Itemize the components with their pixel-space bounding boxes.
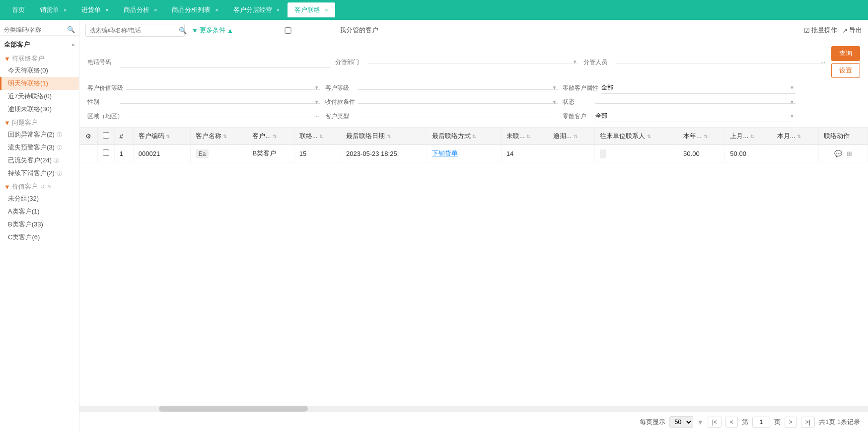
th-last-month[interactable]: 上月... ⇅ xyxy=(725,128,772,145)
td-unit-contact xyxy=(595,145,678,162)
customer-table: ⚙ # 客户编码 ⇅ 客户名称 ⇅ xyxy=(79,128,868,162)
nav-home[interactable]: 首页 xyxy=(5,2,32,17)
nav-product-analysis-list[interactable]: 商品分析列表 × xyxy=(165,2,225,17)
td-expand xyxy=(79,145,97,162)
sidebar-item-churn-risk[interactable]: 流失预警客户(3) ⓘ xyxy=(0,141,79,154)
page-label-prefix: 第 xyxy=(742,418,748,427)
settings-icon[interactable]: ⚙ xyxy=(85,133,91,140)
retail-customer-chevron-icon: ▼ xyxy=(790,113,795,119)
dept-select[interactable]: ▼ xyxy=(368,61,578,64)
filter-retail-customer: 零散客户 全部 ▼ xyxy=(563,110,796,122)
search-input[interactable] xyxy=(85,24,185,37)
sidebar-item-class-b[interactable]: B类客户(33) xyxy=(0,218,79,231)
last-contact-method-link[interactable]: 下销货单 xyxy=(432,149,458,157)
retail-attr-chevron-icon: ▼ xyxy=(790,85,795,90)
filter-status: 状态 ▼ xyxy=(563,98,796,106)
batch-operation-button[interactable]: ☑ 批量操作 xyxy=(804,26,837,35)
th-checkbox xyxy=(97,128,114,145)
filter-icon: ▼ xyxy=(192,27,198,34)
filter-row-2: 客户价值等级 ▼ 客户等级 ▼ 零散客户属性 全部 xyxy=(87,82,860,94)
sidebar-item-today[interactable]: 今天待联络(0) xyxy=(0,64,79,77)
page-size-select[interactable]: 50 xyxy=(669,416,693,428)
nav-customer-segment-close[interactable]: × xyxy=(277,7,280,13)
nav-product-analysis-list-close[interactable]: × xyxy=(215,7,218,13)
next-page-button[interactable]: > xyxy=(785,417,797,428)
prev-page-button[interactable]: < xyxy=(725,417,738,428)
th-this-month[interactable]: 本月... ⇅ xyxy=(772,128,818,145)
customer-value-chevron-icon: ▼ xyxy=(314,85,319,90)
sidebar-item-class-c[interactable]: C类客户(6) xyxy=(0,231,79,244)
nav-customer-contact-close[interactable]: × xyxy=(325,7,328,13)
sidebar-item-churned[interactable]: 已流失客户(24) ⓘ xyxy=(0,154,79,167)
th-last-contact-method[interactable]: 最后联络方式 ⇅ xyxy=(427,128,501,145)
customer-type-select[interactable] xyxy=(358,115,558,118)
sidebar-group-pending: ▼ 待联络客户 xyxy=(0,52,79,64)
retail-attr-select[interactable]: 全部 ▼ xyxy=(601,82,796,94)
filter-customer-level: 客户等级 ▼ xyxy=(325,84,558,92)
search-icon[interactable]: 🔍 xyxy=(179,27,187,34)
nav-sales[interactable]: 销货单 × xyxy=(33,2,73,17)
my-customer-checkbox-label[interactable]: 我分管的客户 xyxy=(238,26,378,35)
this-month-sort-icon: ⇅ xyxy=(797,134,801,139)
nav-customer-contact[interactable]: 客户联络 × xyxy=(288,2,335,17)
th-this-year[interactable]: 本年... ⇅ xyxy=(678,128,725,145)
page-size-label: 每页显示 xyxy=(640,418,665,427)
nav-product-analysis[interactable]: 商品分析 × xyxy=(117,2,164,17)
sidebar-search-icon[interactable]: 🔍 xyxy=(67,26,75,33)
sidebar-item-ungrouped[interactable]: 未分组(32) xyxy=(0,192,79,205)
row-checkbox[interactable] xyxy=(103,149,109,156)
query-setting-group: 查询 设置 xyxy=(831,46,860,78)
action-icon-2[interactable]: ⊞ xyxy=(847,150,852,157)
last-month-sort-icon: ⇅ xyxy=(750,134,754,139)
td-code: 000021 xyxy=(133,145,190,162)
gender-select[interactable]: ▼ xyxy=(120,100,320,104)
th-contact[interactable]: 联络... ⇅ xyxy=(294,128,341,145)
setting-button[interactable]: 设置 xyxy=(831,63,860,78)
nav-purchase-close[interactable]: × xyxy=(105,7,108,13)
th-settings[interactable]: ⚙ xyxy=(79,128,97,145)
sidebar-search-input[interactable] xyxy=(4,26,67,33)
nav-product-analysis-close[interactable]: × xyxy=(154,7,157,13)
sidebar-item-overdue[interactable]: 逾期未联络(30) xyxy=(0,103,79,116)
sidebar-group-problem: ▼ 问题客户 xyxy=(0,116,79,128)
status-select[interactable]: ▼ xyxy=(595,100,796,104)
nav-sales-close[interactable]: × xyxy=(64,7,67,13)
phone-input[interactable] xyxy=(120,57,330,68)
th-name[interactable]: 客户名称 ⇅ xyxy=(190,128,247,145)
filter-retail-attr: 零散客户属性 全部 ▼ xyxy=(563,82,796,94)
name-sort-icon: ⇅ xyxy=(223,134,227,139)
export-button[interactable]: ↗ 导出 xyxy=(842,26,862,35)
select-all-checkbox[interactable] xyxy=(103,132,109,139)
sidebar-search-area: 🔍 xyxy=(0,24,79,36)
th-last-contact-date[interactable]: 最后联络日期 ⇅ xyxy=(341,128,427,145)
sidebar-all-customers[interactable]: 全部客户 « xyxy=(0,38,79,52)
nav-customer-segment[interactable]: 客户分层经营 × xyxy=(226,2,287,17)
bottom-scrollbar[interactable] xyxy=(79,406,868,412)
sidebar-item-tomorrow[interactable]: 明天待联络(1) xyxy=(0,77,79,90)
my-customer-checkbox[interactable] xyxy=(238,27,338,34)
td-last-contact-date: 2023-05-23 18:25: xyxy=(341,145,427,162)
sidebar-item-class-a[interactable]: A类客户(1) xyxy=(0,205,79,218)
more-filter-button[interactable]: ▼ 更多条件 ▲ xyxy=(192,26,233,35)
sidebar-item-repurchase-abnormal[interactable]: 回购异常客户(2) ⓘ xyxy=(0,128,79,141)
query-button[interactable]: 查询 xyxy=(831,46,860,61)
customer-value-select[interactable]: ▼ xyxy=(126,86,320,90)
retail-customer-select[interactable]: 全部 ▼ xyxy=(595,110,796,122)
first-page-button[interactable]: |< xyxy=(708,417,722,428)
th-code[interactable]: 客户编码 ⇅ xyxy=(133,128,190,145)
region-select[interactable]: ··· xyxy=(126,115,320,118)
sidebar-item-continuous-decline[interactable]: 持续下滑客户(2) ⓘ xyxy=(0,167,79,180)
th-uncontacted[interactable]: 未联... ⇅ xyxy=(501,128,548,145)
current-page-input[interactable] xyxy=(752,417,770,428)
manager-dots-icon: ··· xyxy=(820,59,825,66)
th-unit-contact[interactable]: 往来单位联系人 ⇅ xyxy=(595,128,678,145)
th-overdue[interactable]: 逾期... ⇅ xyxy=(548,128,595,145)
payment-select[interactable]: ▼ xyxy=(358,100,558,104)
nav-purchase[interactable]: 进货单 × xyxy=(74,2,115,17)
manager-select[interactable]: ··· xyxy=(616,61,826,64)
customer-level-select[interactable]: ▼ xyxy=(358,86,558,90)
sidebar-item-week[interactable]: 近7天待联络(0) xyxy=(0,90,79,103)
th-customer-type[interactable]: 客户... ⇅ xyxy=(247,128,294,145)
last-page-button[interactable]: >| xyxy=(801,417,815,428)
action-icon-1[interactable]: 💬 xyxy=(834,150,842,157)
